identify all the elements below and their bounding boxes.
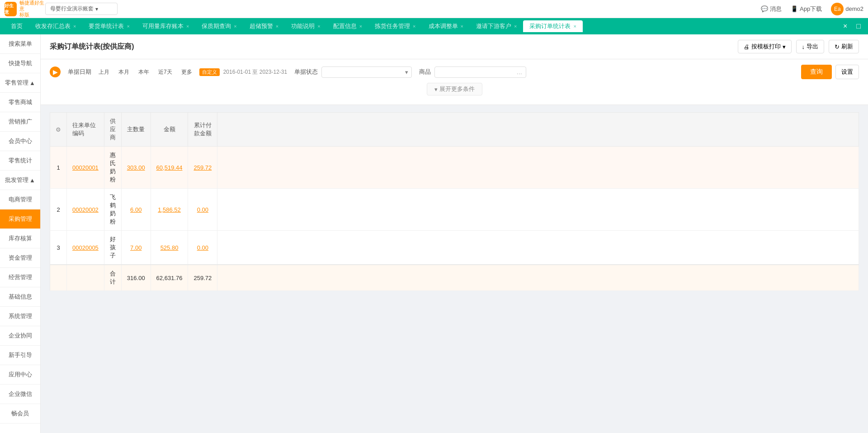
date-to[interactable]: 2023-12-31 <box>259 69 287 75</box>
search-button[interactable]: 查询 <box>801 65 832 79</box>
col-quantity-header: 主数量 <box>121 113 151 147</box>
footer-amount: 62,631.76 <box>151 265 188 291</box>
template-print-button[interactable]: 🖨 按模板打印 ▾ <box>738 40 792 53</box>
sidebar-item-search[interactable]: 搜索菜单 <box>0 34 40 54</box>
refresh-button[interactable]: ↻ 刷新 <box>829 40 859 53</box>
tab-home[interactable]: 首页 <box>5 20 29 32</box>
tab-超储预警[interactable]: 超储预警 × <box>243 20 285 32</box>
more-dots-icon[interactable]: … <box>516 69 522 76</box>
sidebar-item-retail-mgmt[interactable]: 零售管理 ▲ <box>0 73 40 93</box>
download-icon: 📱 <box>791 5 798 12</box>
tab-功能说明[interactable]: 功能说明 × <box>285 20 326 32</box>
close-icon[interactable]: × <box>127 24 129 29</box>
tab-要货单统计表[interactable]: 要货单统计表 × <box>82 20 136 32</box>
quantity-link[interactable]: 7.00 <box>130 244 142 251</box>
close-icon[interactable]: × <box>73 24 76 29</box>
paid-link[interactable]: 259.72 <box>193 164 212 171</box>
tab-配置信息[interactable]: 配置信息 × <box>327 20 368 32</box>
date-shortcut-more[interactable]: 更多 <box>178 67 196 77</box>
workspace-selector[interactable]: 母婴行业演示账套 ▾ <box>45 3 118 15</box>
quantity-link[interactable]: 6.00 <box>130 206 142 213</box>
close-icon[interactable]: × <box>317 24 320 29</box>
close-icon[interactable]: × <box>413 24 415 29</box>
col-paid-header: 累计付款金额 <box>188 113 217 147</box>
sidebar-item-newguide[interactable]: 新手引导 <box>0 346 40 365</box>
chevron-down-icon: ▾ <box>95 6 98 12</box>
sidebar-item-wechat[interactable]: 企业微信 <box>0 385 40 404</box>
export-button[interactable]: ↓ 导出 <box>796 40 825 53</box>
tab-可用量库存账本[interactable]: 可用量库存账本 × <box>136 20 195 32</box>
message-button[interactable]: 💬 消息 <box>761 5 782 13</box>
sidebar-item-retail-mall[interactable]: 零售商城 <box>0 93 40 112</box>
goods-input[interactable] <box>439 69 514 76</box>
row-index: 2 <box>50 189 67 231</box>
paid-link[interactable]: 0.00 <box>197 206 208 213</box>
date-separator: 至 <box>252 69 259 75</box>
table-container: ⚙ 往来单位编码 供应商 主数量 金额 <box>41 105 868 433</box>
filter-toggle-button[interactable]: ▶ <box>50 67 61 77</box>
close-icon[interactable]: × <box>573 24 576 29</box>
col-supplier-header: 供应商 <box>104 113 121 147</box>
sidebar-item-vip[interactable]: 畅会员 <box>0 404 40 423</box>
user-menu[interactable]: Ea demo2 <box>831 3 863 15</box>
sidebar-item-ecommerce[interactable]: 电商管理 <box>0 190 40 209</box>
sidebar-item-finance[interactable]: 资金管理 <box>0 248 40 268</box>
date-shortcut-this-month[interactable]: 本月 <box>115 67 133 77</box>
tab-邀请下游客户[interactable]: 邀请下游客户 × <box>470 20 523 32</box>
sidebar-item-ops[interactable]: 经营管理 <box>0 268 40 287</box>
tab-采购订单统计表[interactable]: 采购订单统计表 × <box>523 20 582 32</box>
sidebar-item-basic-info[interactable]: 基础信息 <box>0 287 40 307</box>
tab-拣货任务管理[interactable]: 拣货任务管理 × <box>368 20 422 32</box>
app-download-button[interactable]: 📱 App下载 <box>791 5 822 13</box>
amount-link[interactable]: 1,586.52 <box>158 206 181 213</box>
date-from[interactable]: 2016-01-01 <box>223 69 251 75</box>
sidebar-item-wholesale[interactable]: 批发管理 ▲ <box>0 171 40 190</box>
table-row: 2 00020002 飞鹤奶粉 6.00 1,586.52 <box>50 189 859 231</box>
tab-收发存汇总表[interactable]: 收发存汇总表 × <box>29 20 82 32</box>
expand-more-button[interactable]: ▾ 展开更多条件 <box>427 83 482 95</box>
sidebar-item-system[interactable]: 系统管理 <box>0 307 40 326</box>
settings-icon[interactable]: ⚙ <box>56 126 61 133</box>
code-link[interactable]: 00020005 <box>72 244 99 251</box>
chevron-down-icon: ▲ <box>29 177 35 184</box>
date-shortcut-this-year[interactable]: 本年 <box>135 67 153 77</box>
table-row: 3 00020005 好孩子 7.00 525.80 <box>50 231 859 265</box>
close-icon[interactable]: × <box>276 24 278 29</box>
sidebar-item-quicknav[interactable]: 快捷导航 <box>0 54 40 73</box>
sidebar-item-retail-stats[interactable]: 零售统计 <box>0 151 40 171</box>
close-icon[interactable]: × <box>514 24 517 29</box>
close-icon[interactable]: × <box>234 24 236 29</box>
code-link[interactable]: 00020002 <box>72 206 99 213</box>
sidebar-item-enterprise[interactable]: 企业协同 <box>0 326 40 346</box>
close-icon[interactable]: × <box>359 24 362 29</box>
sidebar-item-marketing[interactable]: 营销推广 <box>0 112 40 132</box>
sidebar-item-inventory[interactable]: 库存核算 <box>0 229 40 248</box>
footer-empty <box>217 265 859 291</box>
maximize-button[interactable]: □ <box>854 21 863 31</box>
tab-成本调整单[interactable]: 成本调整单 × <box>422 20 470 32</box>
row-code: 00020002 <box>67 189 104 231</box>
date-shortcut-7days[interactable]: 近7天 <box>155 67 176 77</box>
amount-link[interactable]: 60,519.44 <box>156 164 183 171</box>
close-all-tabs-button[interactable]: × <box>840 21 850 31</box>
tab-保质期查询[interactable]: 保质期查询 × <box>195 20 243 32</box>
tab-label: 可用量库存账本 <box>142 22 184 30</box>
sidebar-item-purchase[interactable]: 采购管理 <box>0 209 40 229</box>
code-link[interactable]: 00020001 <box>72 164 99 171</box>
quantity-link[interactable]: 303.00 <box>127 164 145 171</box>
filter-expand-row: ▾ 展开更多条件 <box>50 79 859 99</box>
close-icon[interactable]: × <box>461 24 463 29</box>
amount-link[interactable]: 525.80 <box>160 244 179 251</box>
settings-button[interactable]: 设置 <box>835 65 859 79</box>
row-code: 00020005 <box>67 231 104 265</box>
message-label: 消息 <box>770 5 782 13</box>
sidebar-item-appcenter[interactable]: 应用中心 <box>0 365 40 385</box>
close-icon[interactable]: × <box>186 24 189 29</box>
page-header: 采购订单统计表(按供应商) 🖨 按模板打印 ▾ ↓ 导出 ↻ 刷新 <box>41 34 868 59</box>
paid-link[interactable]: 0.00 <box>197 244 208 251</box>
sidebar-item-members[interactable]: 会员中心 <box>0 132 40 151</box>
tab-label: 配置信息 <box>333 22 357 30</box>
tab-label: 首页 <box>11 22 23 30</box>
status-select[interactable] <box>321 67 412 78</box>
date-shortcut-last-month[interactable]: 上月 <box>95 67 113 77</box>
